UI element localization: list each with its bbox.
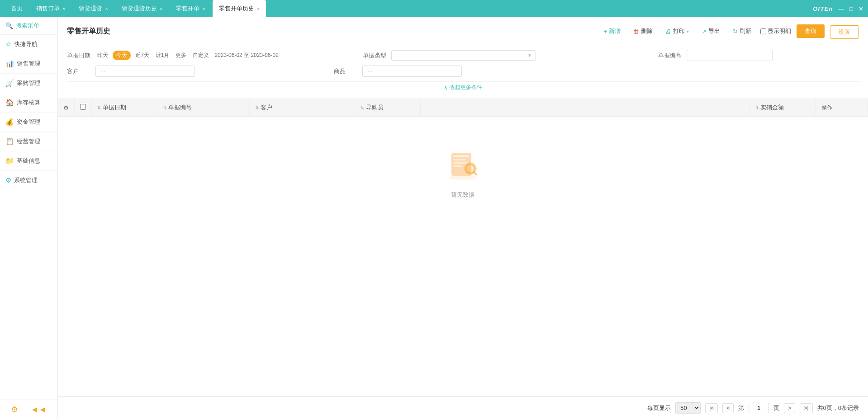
date-range-display: 2023-06-02 至 2023-06-02 (214, 52, 278, 59)
export-icon: ↗ (702, 28, 707, 35)
brand-label: OfTEn (813, 5, 833, 12)
col-setting[interactable]: ⚙ (58, 99, 75, 117)
page-suffix: 页 (773, 404, 779, 412)
svg-rect-3 (453, 159, 466, 160)
select-all-checkbox[interactable] (80, 104, 86, 110)
quick-nav-icon: ☆ (5, 40, 11, 48)
per-page-select[interactable]: 50 100 200 (675, 402, 701, 414)
page-number-input[interactable] (749, 403, 769, 413)
sidebar-bottom: ⚙ ◄◄ (0, 400, 57, 419)
sidebar-label-basic-info: 基础信息 (17, 157, 40, 165)
date-opt-today[interactable]: 今天 (113, 51, 131, 60)
minimize-btn[interactable]: — (838, 5, 844, 12)
table-wrapper: ⚙ ⇅单据日期 ⇅单据编号 ⇅客户 (58, 99, 868, 396)
tab-sales-return[interactable]: 销货退货× (72, 0, 114, 17)
next-page-btn[interactable]: > (784, 403, 795, 413)
settings-icon[interactable]: ⚙ (63, 104, 69, 111)
delete-button[interactable]: 🗑 删除 (630, 25, 656, 37)
table-header-row: ⚙ ⇅单据日期 ⇅单据编号 ⇅客户 (58, 99, 868, 117)
export-button[interactable]: ↗ 导出 (698, 25, 724, 37)
tab-close-sales-return[interactable]: × (105, 6, 108, 11)
date-options: 昨天 今天 近7天 近1月 更多 自定义 (95, 51, 211, 60)
page-label: 第 (738, 404, 744, 412)
sidebar-item-sales-mgmt[interactable]: 📊销售管理 (0, 54, 57, 74)
sidebar-item-basic-info[interactable]: 📁基础信息 (0, 151, 57, 171)
svg-rect-2 (453, 155, 470, 157)
date-opt-7days[interactable]: 近7天 (133, 51, 151, 60)
refresh-label: 刷新 (740, 27, 751, 35)
sidebar-items-container: ☆快捷导航📊销售管理🛒采购管理🏠库存核算💰资金管理📋经营管理📁基础信息⚙系统管理 (0, 35, 57, 190)
tab-sales-return-history[interactable]: 销货退货历史× (115, 0, 169, 17)
print-chevron-icon: ▾ (687, 29, 689, 34)
sidebar-label-finance: 资金管理 (17, 118, 40, 126)
col-amount-header[interactable]: ⇅实销金额 (749, 99, 815, 117)
tab-label-home: 首页 (11, 5, 23, 13)
query-button[interactable]: 查询 (797, 24, 825, 38)
add-button[interactable]: + 新增 (600, 25, 624, 37)
sidebar-label-inventory: 库存核算 (17, 99, 40, 107)
sort-customer-icon: ⇅ (255, 105, 259, 110)
tab-close-retail-open[interactable]: × (202, 6, 205, 11)
prev-page-btn[interactable]: < (722, 403, 734, 413)
col-customer-header[interactable]: ⇅客户 (250, 99, 355, 117)
sidebar-item-finance[interactable]: 💰资金管理 (0, 113, 57, 132)
sidebar-item-inventory[interactable]: 🏠库存核算 (0, 93, 57, 113)
main-layout: 🔍 搜索采单 ☆快捷导航📊销售管理🛒采购管理🏠库存核算💰资金管理📋经营管理📁基础… (0, 17, 868, 419)
tabs-container: 首页销售订单×销货退货×销货退货历史×零售开单×零售开单历史× (5, 0, 813, 17)
tab-label-sales-return-history: 销货退货历史 (122, 5, 157, 13)
number-filter-input[interactable] (687, 50, 773, 61)
show-detail-checkbox[interactable] (760, 28, 766, 34)
per-page-label: 每页显示 (647, 404, 671, 412)
date-opt-custom[interactable]: 自定义 (191, 51, 211, 60)
col-checkbox (75, 99, 92, 117)
date-opt-more[interactable]: 更多 (174, 51, 188, 60)
set-button[interactable]: 设置 (830, 25, 859, 39)
col-date-header[interactable]: ⇅单据日期 (92, 99, 157, 117)
product-dots: ··· (367, 68, 372, 75)
col-number-header[interactable]: ⇅单据编号 (157, 99, 250, 117)
tab-home[interactable]: 首页 (5, 0, 29, 17)
sidebar-item-system-mgmt[interactable]: ⚙系统管理 (0, 171, 57, 190)
tab-sales-order[interactable]: 销售订单× (30, 0, 71, 17)
restore-btn[interactable]: □ (849, 5, 853, 12)
sidebar: 🔍 搜索采单 ☆快捷导航📊销售管理🛒采购管理🏠库存核算💰资金管理📋经营管理📁基础… (0, 17, 58, 419)
tab-retail-open[interactable]: 零售开单× (170, 0, 211, 17)
type-filter-label: 单据类型 (363, 52, 388, 60)
date-opt-yesterday[interactable]: 昨天 (95, 51, 110, 60)
tab-label-sales-return: 销货退货 (79, 5, 102, 13)
tab-close-sales-order[interactable]: × (62, 6, 65, 11)
tab-retail-open-history[interactable]: 零售开单历史× (213, 0, 266, 17)
date-opt-1month[interactable]: 近1月 (154, 51, 171, 60)
sidebar-item-operation[interactable]: 📋经营管理 (0, 132, 57, 151)
customer-filter-input[interactable]: ··· (95, 66, 195, 77)
tab-close-retail-open-history[interactable]: × (257, 6, 260, 11)
print-button[interactable]: 🖨 打印 ▾ (662, 25, 693, 37)
sidebar-item-purchase-mgmt[interactable]: 🛒采购管理 (0, 74, 57, 93)
page-title: 零售开单历史 (67, 27, 110, 36)
last-page-btn[interactable]: >| (800, 403, 812, 413)
close-window-btn[interactable]: ✕ (859, 5, 863, 12)
filter-row-2: 客户 ··· 商品 ··· (67, 66, 859, 77)
collapse-conditions-button[interactable]: ∧ 收起更多条件 (67, 81, 859, 93)
sidebar-search[interactable]: 🔍 搜索采单 (0, 17, 57, 35)
type-select[interactable]: ▾ (391, 50, 536, 61)
first-page-btn[interactable]: |< (705, 403, 718, 413)
show-detail-toggle[interactable]: 显示明细 (760, 27, 791, 35)
total-text: 共0页，0条记录 (817, 404, 859, 412)
print-icon: 🖨 (665, 28, 671, 35)
sidebar-search-label: 搜索采单 (16, 22, 39, 30)
filter-area: 单据日期 昨天 今天 近7天 近1月 更多 自定义 2023-06-02 至 2… (67, 45, 859, 99)
sidebar-item-quick-nav[interactable]: ☆快捷导航 (0, 35, 57, 54)
system-mgmt-icon: ⚙ (5, 176, 11, 184)
show-detail-label: 显示明细 (768, 27, 791, 35)
refresh-button[interactable]: ↻ 刷新 (729, 25, 755, 37)
sidebar-settings-icon[interactable]: ⚙ (11, 405, 18, 414)
export-label: 导出 (708, 27, 720, 35)
col-guide-header[interactable]: ⇅导购员 (355, 99, 420, 117)
pagination-bar: 每页显示 50 100 200 |< < 第 页 > >| 共0页，0条记录 (58, 396, 868, 419)
sidebar-collapse-icon[interactable]: ◄◄ (31, 405, 47, 414)
customer-dots: ··· (100, 68, 105, 75)
tab-close-sales-return-history[interactable]: × (160, 6, 162, 11)
tab-bar-right: OfTEn — □ ✕ (813, 5, 863, 12)
product-filter-input[interactable]: ··· (362, 66, 462, 77)
